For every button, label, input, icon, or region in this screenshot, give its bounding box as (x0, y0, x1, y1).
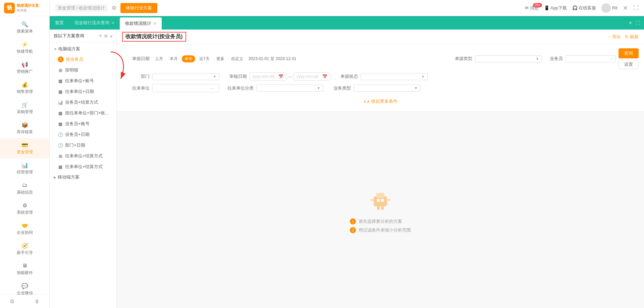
date-range: 2023-01-01 至 2023-12-31 (249, 56, 297, 62)
sidebar-item-hardware[interactable]: 🖥 智能硬件 (0, 259, 49, 279)
message-area[interactable]: ✉ 消息 99+ (525, 5, 539, 11)
collapse-button[interactable]: ∧∧ 收起更多条件 (361, 96, 400, 107)
supplier-account-icon: ▦ (58, 78, 63, 84)
sidebar-item-inventory[interactable]: 📦 库存核算 (0, 118, 49, 138)
tree-item-salesperson-date[interactable]: 🕐 业务员+日期 (50, 129, 116, 140)
review-date-from[interactable]: yyyy-mm-dd 📅 (250, 72, 286, 81)
filter-row-1: 单据日期 上月 本月 本年 近7天 更多 自定义 2023-01-01 至 (122, 48, 639, 69)
tab-collection-label: 收款情况统计 (125, 20, 151, 27)
refresh-icon: ↻ (625, 34, 629, 39)
window-close-icon[interactable]: ✕ (623, 4, 628, 12)
sidebar-item-quick-nav[interactable]: ⚡ 快捷导航 (0, 38, 49, 58)
online-service[interactable]: 🎧 在线客服 (572, 5, 596, 11)
tab-home[interactable]: 首页 (50, 16, 69, 30)
sidebar-item-fund[interactable]: 💳 资金管理 (0, 138, 49, 158)
tree-item-by-detail[interactable]: ⊞ 按明细 (50, 65, 116, 75)
window-expand-icon[interactable]: ⛶ (636, 20, 640, 25)
empty-area: 1 请先选择要分析的方案 2 用过滤条件来缩小分析范围 (117, 111, 644, 308)
left-panel-header: 按以下方案查询 + ⚙ « (50, 30, 116, 43)
collapse-up-icon: ∧∧ (363, 99, 370, 104)
sidebar-item-system[interactable]: ⚙ 系统管理 (0, 199, 49, 219)
tree-item-salesperson-account[interactable]: ▦ 业务员+账号 (50, 118, 116, 129)
svg-rect-5 (381, 206, 384, 210)
filter-area: 单据日期 上月 本月 本年 近7天 更多 自定义 2023-01-01 至 (117, 44, 644, 111)
svg-rect-7 (387, 199, 390, 201)
panel-icons: + ⚙ « (99, 33, 112, 39)
set-button[interactable]: 设置 (619, 60, 639, 69)
sidebar-item-purchase[interactable]: 🛒 采购管理 (0, 98, 49, 118)
counterpart-select[interactable]: ··· (152, 84, 219, 92)
svg-rect-1 (376, 193, 384, 198)
review-date-to[interactable]: yyyy-mm-dd 📅 (293, 72, 330, 81)
tree-section-desktop-header[interactable]: ▼ 电脑端方案 (50, 44, 116, 54)
tree-item-salesperson-payment[interactable]: 📊 业务员+结算方式 (50, 97, 116, 108)
business-type-select[interactable]: ▼ (354, 85, 421, 92)
refresh-button[interactable]: ↻ 刷新 (625, 34, 639, 40)
tree-item-supplier-date[interactable]: ▦ 往来单位+日期 (50, 86, 116, 97)
user-area[interactable]: Rit (601, 3, 618, 13)
date-tab-7days[interactable]: 近7天 (197, 55, 212, 62)
settings-bottom-icon[interactable]: ⚙ (10, 298, 14, 305)
query-button[interactable]: 查询 (619, 48, 639, 58)
sidebar-item-enterprise[interactable]: 🤝 企业协同 (0, 219, 49, 239)
scheme-settings-icon[interactable]: ⚙ (104, 34, 108, 39)
business-type-arrow: ▼ (414, 86, 418, 90)
scheme-tree: ▼ 电脑端方案 人 按业务员 ⊞ 按明细 ▦ 往来单位+账号 (50, 43, 116, 184)
scheme-button[interactable]: 体验行业方案 (120, 3, 157, 13)
collapse-panel-icon[interactable]: « (110, 34, 112, 39)
tree-section-desktop: ▼ 电脑端方案 人 按业务员 ⊞ 按明细 ▦ 往来单位+账号 (50, 44, 116, 172)
tree-item-by-salesperson[interactable]: 人 按业务员 (50, 54, 116, 65)
page-header: 收款情况统计(按业务员) ↑ 导出 ↻ 刷新 (117, 30, 644, 44)
empty-tip-1: 1 请先选择要分析的方案 (350, 218, 411, 224)
date-tab-last-month[interactable]: 上月 (152, 55, 166, 62)
sidebar-item-sales[interactable]: 💰 销售管理 (0, 78, 49, 98)
tree-item-supplier-dept[interactable]: ▦ 按往来单位+部门+收... (50, 108, 116, 118)
date-tab-custom[interactable]: 自定义 (228, 55, 246, 62)
counterpart-category-select[interactable]: ▼ (256, 85, 323, 92)
content-area: 按以下方案查询 + ⚙ « ▼ 电脑端方案 人 按业务员 (50, 30, 644, 308)
purchase-icon: 🛒 (21, 101, 28, 108)
system-icon: ⚙ (21, 202, 28, 209)
window-x-icon[interactable]: ✕ (629, 20, 632, 25)
sidebar-item-search[interactable]: 🔍 搜索菜单 (0, 17, 49, 38)
voucher-type-select[interactable]: ▼ (475, 55, 542, 62)
tab-collection[interactable]: 收款情况统计 ✕ (120, 17, 162, 30)
tree-section-mobile-header[interactable]: ▶ 移动端方案 (50, 172, 116, 182)
business-type-label: 业务类型 (330, 85, 354, 91)
tree-item-supplier-account[interactable]: ▦ 往来单位+账号 (50, 75, 116, 86)
dept-select[interactable]: ▼ (152, 73, 219, 80)
date-label: 单据日期 (122, 56, 152, 62)
message-icon: ✉ (525, 5, 529, 10)
salesperson-date-icon: 🕐 (58, 132, 63, 137)
marketing-icon: 📢 (21, 61, 28, 68)
collapse-sidebar-icon[interactable]: ⏸ (34, 299, 40, 305)
tab-bank-flow[interactable]: 现金银行流水查询 ✕ (69, 16, 120, 30)
date-tab-this-year[interactable]: 本年 (182, 55, 195, 62)
date-tab-more[interactable]: 更多 (214, 55, 227, 62)
sidebar-item-marketing[interactable]: 📢 营销推广 (0, 58, 49, 78)
tree-item-supplier-payment2[interactable]: ▦ 往来单位+结算方式 (50, 161, 116, 172)
sidebar-item-guide[interactable]: 🧭 新手引导 (0, 239, 49, 259)
counterpart-more-icon: ··· (207, 86, 216, 91)
tab-collection-close[interactable]: ✕ (153, 21, 156, 26)
tree-item-dept-date[interactable]: 🕐 部门+日期 (50, 140, 116, 151)
dept-date-icon: 🕐 (58, 143, 63, 148)
date-tab-this-month[interactable]: 本月 (167, 55, 180, 62)
add-scheme-button[interactable]: + (99, 33, 102, 39)
tab-bank-flow-label: 现金银行流水查询 (74, 20, 109, 26)
sales-icon: 💰 (21, 81, 28, 88)
window-maximize-icon[interactable]: ⛶ (633, 5, 639, 11)
sidebar-item-wechat[interactable]: 💬 企业微信 (0, 279, 49, 295)
sidebar-item-basics[interactable]: 🗂 基础信息 (0, 178, 49, 199)
tab-bank-flow-close[interactable]: ✕ (111, 21, 114, 25)
tree-item-supplier-payment1[interactable]: ⊞ 往来单位+结算方式 (50, 151, 116, 161)
settings-button[interactable]: ⚙ (112, 5, 116, 11)
date-tabs: 上月 本月 本年 近7天 更多 自定义 (152, 55, 246, 62)
app-download[interactable]: 📱 App下载 (544, 5, 567, 11)
export-button[interactable]: ↑ 导出 (609, 34, 621, 40)
sidebar-item-operations[interactable]: 📊 经营管理 (0, 158, 49, 178)
voucher-status-select[interactable]: ▼ (361, 73, 428, 80)
salesperson-payment-icon: 📊 (58, 100, 63, 105)
sidebar: 畅 畅捷通好生意 标准版 🔍 搜索菜单 ⚡ 快捷导航 📢 营销推广 💰 销售管理… (0, 0, 50, 308)
salesperson-select[interactable]: ··· (566, 55, 616, 62)
